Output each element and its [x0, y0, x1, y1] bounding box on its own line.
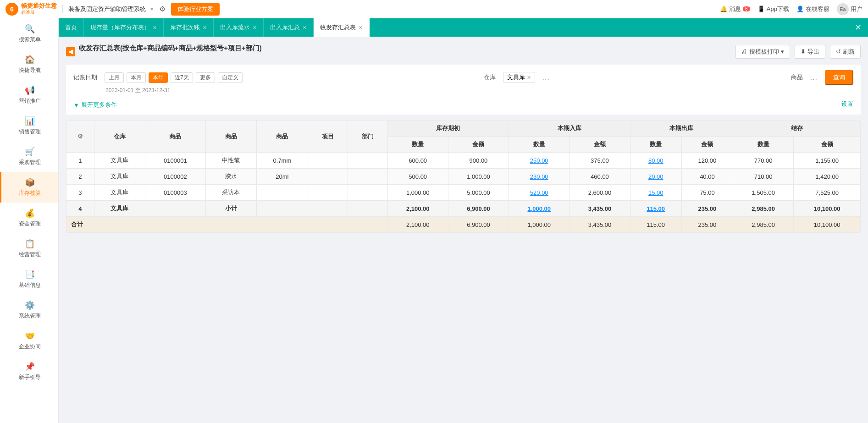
sidebar-item-sales[interactable]: 📊 销售管理 [0, 110, 58, 141]
row-in-qty[interactable]: 1,000.00 [509, 201, 569, 217]
purchase-icon: 🛒 [25, 147, 35, 157]
sidebar-label-sales: 销售管理 [19, 128, 41, 136]
print-icon: 🖨 [741, 48, 747, 55]
app-download-item[interactable]: 📱 App下载 [757, 5, 789, 13]
sidebar-item-basics[interactable]: 📑 基础信息 [0, 264, 58, 295]
th-closing-amt: 金额 [794, 137, 861, 153]
product-label: 商品 [791, 73, 803, 82]
export-icon: ⬇ [801, 48, 806, 55]
row-num: 2 [66, 169, 94, 185]
shortcut-custom[interactable]: 自定义 [218, 72, 243, 83]
system-dropdown-icon[interactable]: ▾ [150, 5, 154, 12]
tab-recv-send-summary-close[interactable]: ✕ [359, 25, 363, 31]
warehouse-tag-remove[interactable]: ✕ [527, 75, 531, 81]
sidebar-item-guide[interactable]: 📌 新手引导 [0, 356, 58, 387]
row-num: 1 [66, 153, 94, 169]
row-in-qty[interactable]: 230.00 [509, 169, 569, 185]
sidebar-label-search: 搜索菜单 [19, 36, 41, 44]
total-close-amt: 10,100.00 [794, 217, 861, 233]
tab-batch[interactable]: 库存批次账 ✕ [164, 18, 214, 37]
row-in-qty[interactable]: 250.00 [509, 153, 569, 169]
row-product-code: 0100003 [145, 185, 205, 201]
sidebar-item-purchase[interactable]: 🛒 采购管理 [0, 141, 58, 172]
row-out-qty[interactable]: 15.00 [630, 185, 681, 201]
tab-inventory-dist-close[interactable]: ✕ [153, 25, 157, 31]
user-item[interactable]: Ea 用户 [837, 3, 862, 15]
row-project [308, 153, 348, 169]
tab-inventory-dist-label: 现存量（库存分布表） [90, 23, 150, 32]
system-name-text: 装备及固定资产辅助管理系统 [68, 5, 146, 12]
row-out-qty[interactable]: 20.00 [630, 169, 681, 185]
tab-close-all[interactable]: ✕ [848, 22, 868, 33]
table-row: 3文具库0100003采访本1,000.005,000.00520.002,60… [66, 185, 861, 201]
sidebar-item-marketing[interactable]: 📢 营销推广 [0, 80, 58, 110]
row-in-amt: 460.00 [569, 169, 630, 185]
tab-inventory-dist[interactable]: 现存量（库存分布表） ✕ [84, 18, 164, 37]
row-out-qty[interactable]: 115.00 [630, 201, 681, 217]
row-close-amt: 1,420.00 [794, 169, 861, 185]
th-outbound-qty: 数量 [630, 137, 681, 153]
logo-line1: 畅捷通好生意 [21, 2, 57, 10]
product-filter-dots[interactable]: ... [810, 73, 818, 82]
app-download-label: App下载 [767, 5, 789, 13]
sidebar-item-operations[interactable]: 📋 经营管理 [0, 233, 58, 264]
tab-recv-send-summary[interactable]: 收发存汇总表 ✕ [314, 18, 370, 37]
service-icon: 👤 [796, 5, 804, 12]
top-bar-left: 6 畅捷通好生意 标准版 装备及固定资产辅助管理系统 ▾ ⚙ 体验行业方案 [6, 2, 220, 16]
expand-more[interactable]: ▼ 展开更多条件 [73, 101, 117, 109]
row-num: 4 [66, 201, 94, 217]
warehouse-label: 仓库 [484, 73, 496, 82]
sidebar-item-search[interactable]: 🔍 搜索菜单 [0, 18, 58, 49]
row-in-qty[interactable]: 520.00 [509, 185, 569, 201]
trial-button[interactable]: 体验行业方案 [171, 3, 220, 16]
query-button[interactable]: 查询 [825, 70, 853, 85]
sidebar-item-finance[interactable]: 💰 资金管理 [0, 203, 58, 233]
row-out-amt: 40.00 [681, 169, 733, 185]
th-closing: 结存 [733, 121, 861, 137]
total-open-amt: 6,900.00 [448, 217, 509, 233]
tab-home-label: 首页 [65, 23, 77, 32]
row-product-spec [256, 185, 308, 201]
row-department [348, 153, 387, 169]
tab-inout-summary-close[interactable]: ✕ [303, 25, 307, 31]
shortcut-7days[interactable]: 近7天 [171, 72, 193, 83]
row-open-amt: 1,000.00 [448, 169, 509, 185]
tab-home[interactable]: 首页 [59, 18, 84, 37]
table-settings-gear-icon[interactable]: ⚙ [77, 133, 83, 140]
logo-text: 畅捷通好生意 标准版 [21, 2, 57, 16]
shortcut-more[interactable]: 更多 [196, 72, 215, 83]
filter-bar: 记账日期 上月 本月 本年 近7天 更多 自定义 仓库 文具库 ✕ [66, 65, 861, 115]
sidebar-item-inventory[interactable]: 📦 库存核算 [0, 172, 58, 203]
sidebar-item-system[interactable]: ⚙️ 系统管理 [0, 295, 58, 325]
settings-link[interactable]: 设置 [841, 100, 853, 108]
sidebar-item-enterprise[interactable]: 🤝 企业协同 [0, 325, 58, 356]
shortcut-last-month[interactable]: 上月 [105, 72, 124, 83]
warehouse-tag: 文具库 ✕ [503, 72, 535, 83]
th-settings[interactable]: ⚙ [66, 121, 94, 153]
messages-label: 消息 [729, 5, 741, 13]
home-icon: 🏠 [25, 55, 35, 65]
shortcut-this-year[interactable]: 本年 [149, 72, 168, 83]
tab-inout-summary[interactable]: 出入库汇总 ✕ [264, 18, 314, 37]
refresh-btn[interactable]: ↺ 刷新 [830, 45, 861, 59]
total-label: 合计 [66, 217, 388, 233]
tab-inout-flow-close[interactable]: ✕ [253, 25, 257, 31]
tab-inout-flow[interactable]: 出入库流水 ✕ [214, 18, 264, 37]
enterprise-icon: 🤝 [25, 331, 35, 341]
bell-icon: 🔔 [720, 5, 727, 12]
row-out-qty[interactable]: 80.00 [630, 153, 681, 169]
warehouse-filter-dots[interactable]: ... [542, 73, 550, 82]
tab-batch-close[interactable]: ✕ [203, 25, 207, 31]
collapse-btn[interactable]: ◀ [66, 47, 75, 56]
sidebar-item-quick-nav[interactable]: 🏠 快捷导航 [0, 49, 58, 80]
row-product-spec [256, 201, 308, 217]
messages-item[interactable]: 🔔 消息 6 [720, 5, 750, 13]
settings-button[interactable]: ⚙ [157, 3, 167, 15]
messages-badge: 6 [743, 6, 750, 11]
print-btn[interactable]: 🖨 按模板打印 ▾ [735, 45, 790, 59]
online-service-item[interactable]: 👤 在线客服 [796, 5, 829, 13]
export-btn[interactable]: ⬇ 导出 [795, 45, 825, 59]
inventory-icon: 📦 [25, 177, 35, 187]
row-product-code: 0100002 [145, 169, 205, 185]
shortcut-this-month[interactable]: 本月 [127, 72, 146, 83]
